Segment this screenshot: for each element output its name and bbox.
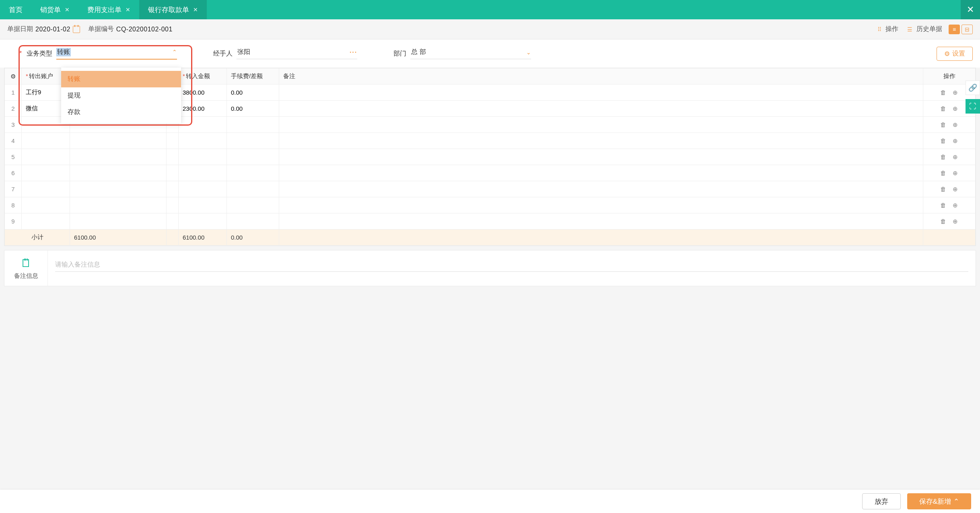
cell-remark[interactable] (279, 149, 923, 165)
add-row-icon[interactable]: ⊕ (952, 89, 959, 96)
settings-button[interactable]: ⚙ 设置 (937, 47, 973, 61)
cell-in-account[interactable] (167, 149, 179, 165)
more-icon[interactable]: ··· (350, 49, 357, 56)
cell-in-account[interactable] (167, 133, 179, 149)
table-row[interactable]: 4🗑⊕ (5, 133, 976, 149)
add-row-icon[interactable]: ⊕ (952, 137, 959, 145)
delete-icon[interactable]: 🗑 (940, 201, 947, 209)
delete-icon[interactable]: 🗑 (940, 185, 947, 192)
table-row[interactable]: 5🗑⊕ (5, 149, 976, 165)
close-icon[interactable]: ✕ (126, 6, 130, 13)
add-row-icon[interactable]: ⊕ (952, 153, 959, 161)
cell-in-amount[interactable] (179, 197, 227, 213)
cell-remark[interactable] (279, 165, 923, 181)
cell-out-amount[interactable] (70, 149, 167, 165)
chevron-up-icon[interactable]: ⌃ (172, 49, 177, 55)
cell-in-amount[interactable] (179, 213, 227, 230)
cell-in-amount[interactable] (179, 181, 227, 197)
delete-icon[interactable]: 🗑 (940, 217, 947, 225)
handler-filter[interactable]: 经手人 张阳 ··· (213, 48, 357, 59)
history-link[interactable]: 历史单据 (916, 25, 942, 33)
chevron-down-icon[interactable]: ⌄ (526, 49, 531, 56)
table-row[interactable]: 9🗑⊕ (5, 213, 976, 230)
expand-button[interactable]: ⛶ (966, 99, 980, 114)
cell-out-amount[interactable] (70, 213, 167, 230)
delete-icon[interactable]: 🗑 (940, 89, 947, 96)
subtotal-row: 小计 6100.00 6100.00 0.00 (5, 230, 976, 246)
cell-remark[interactable] (279, 117, 923, 133)
tab-bank[interactable]: 银行存取款单✕ (139, 0, 207, 19)
cell-remark[interactable] (279, 213, 923, 230)
cell-out-amount[interactable] (70, 133, 167, 149)
tab-sales[interactable]: 销货单✕ (31, 0, 78, 19)
cell-out-account[interactable] (22, 181, 70, 197)
cell-in-account[interactable] (167, 165, 179, 181)
dept-filter[interactable]: 部门 总 部 ⌄ (393, 48, 531, 59)
biz-type-filter[interactable]: * 业务类型 转账 ⌃ (19, 48, 177, 60)
add-row-icon[interactable]: ⊕ (952, 170, 959, 177)
add-row-icon[interactable]: ⊕ (952, 186, 959, 193)
calendar-icon[interactable] (73, 26, 80, 33)
remark-input[interactable] (55, 258, 968, 272)
cell-in-amount[interactable] (179, 165, 227, 181)
cell-fee[interactable] (227, 149, 279, 165)
delete-icon[interactable]: 🗑 (940, 121, 947, 128)
cell-remark[interactable] (279, 181, 923, 197)
cell-fee[interactable] (227, 181, 279, 197)
cell-remark[interactable] (279, 197, 923, 213)
add-row-icon[interactable]: ⊕ (952, 202, 959, 209)
cell-remark[interactable] (279, 133, 923, 149)
tab-expense[interactable]: 费用支出单✕ (78, 0, 139, 19)
cell-in-account[interactable] (167, 181, 179, 197)
attachment-button[interactable]: 🔗 (966, 81, 980, 95)
cell-in-amount[interactable]: 2300.00 (179, 101, 227, 117)
view-list-button[interactable]: ≡ (949, 25, 960, 34)
delete-icon[interactable]: 🗑 (940, 105, 947, 112)
cell-in-amount[interactable]: 3800.00 (179, 85, 227, 101)
cell-out-account[interactable] (22, 213, 70, 230)
gear-column[interactable]: ⚙ (5, 68, 22, 85)
delete-icon[interactable]: 🗑 (940, 169, 947, 176)
cell-out-account[interactable] (22, 149, 70, 165)
cell-out-amount[interactable] (70, 165, 167, 181)
tab-home[interactable]: 首页 (0, 0, 31, 19)
cell-fee[interactable]: 0.00 (227, 101, 279, 117)
cell-remark[interactable] (279, 101, 923, 117)
cell-in-amount[interactable] (179, 133, 227, 149)
table-row[interactable]: 6🗑⊕ (5, 165, 976, 181)
cell-in-amount[interactable] (179, 117, 227, 133)
cell-remark[interactable] (279, 85, 923, 101)
close-icon[interactable]: ✕ (193, 6, 198, 13)
table-row[interactable]: 8🗑⊕ (5, 197, 976, 213)
cell-fee[interactable] (227, 213, 279, 230)
cell-fee[interactable] (227, 165, 279, 181)
dropdown-opt-transfer[interactable]: 转账 (61, 71, 181, 87)
view-grid-button[interactable]: ⊟ (961, 25, 973, 34)
dropdown-opt-deposit[interactable]: 存款 (61, 104, 181, 120)
add-row-icon[interactable]: ⊕ (952, 218, 959, 225)
cell-in-account[interactable] (167, 213, 179, 230)
cell-fee[interactable] (227, 133, 279, 149)
cell-fee[interactable] (227, 117, 279, 133)
date-value[interactable]: 2020-01-02 (35, 26, 70, 33)
cell-out-amount[interactable] (70, 181, 167, 197)
close-icon[interactable]: ✕ (65, 6, 70, 13)
cell-in-account[interactable] (167, 197, 179, 213)
cell-out-account[interactable] (22, 165, 70, 181)
cell-out-account[interactable] (22, 197, 70, 213)
add-row-icon[interactable]: ⊕ (952, 121, 959, 128)
cell-out-account[interactable] (22, 133, 70, 149)
delete-icon[interactable]: 🗑 (940, 153, 947, 160)
operate-link[interactable]: 操作 (885, 25, 898, 33)
cell-actions: 🗑⊕ (923, 181, 976, 197)
cell-fee[interactable] (227, 197, 279, 213)
table-row[interactable]: 7🗑⊕ (5, 181, 976, 197)
delete-icon[interactable]: 🗑 (940, 137, 947, 144)
cell-out-amount[interactable] (70, 197, 167, 213)
cell-fee[interactable]: 0.00 (227, 85, 279, 101)
cell-in-amount[interactable] (179, 149, 227, 165)
titlebar-close-button[interactable]: ✕ (961, 0, 980, 19)
add-row-icon[interactable]: ⊕ (952, 105, 959, 112)
dropdown-opt-withdraw[interactable]: 提现 (61, 87, 181, 104)
operate-icon: ⠿ (877, 26, 881, 33)
